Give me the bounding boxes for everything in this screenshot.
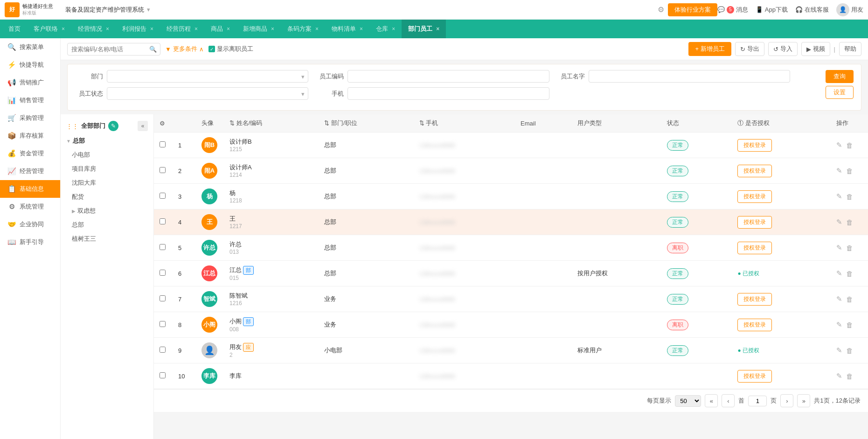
first-page-btn[interactable]: « xyxy=(705,394,718,407)
edit-icon[interactable]: ✎ xyxy=(836,192,842,201)
row-auth[interactable]: 授权登录 xyxy=(732,286,831,312)
row-auth[interactable]: 授权登录 xyxy=(732,235,831,261)
filter-phone-input[interactable] xyxy=(347,87,549,100)
tab-warehouse[interactable]: 仓库× xyxy=(369,20,402,38)
tab-profit-close[interactable]: × xyxy=(150,26,153,32)
row-auth[interactable]: 授权登录 xyxy=(732,363,831,389)
auth-button[interactable]: 授权登录 xyxy=(737,216,772,229)
per-page-select[interactable]: 50 20 100 xyxy=(675,395,701,407)
sidebar-item-marketing[interactable]: 📢 营销推广 xyxy=(0,74,60,91)
tab-goods-close[interactable]: × xyxy=(227,26,230,32)
video-button[interactable]: ▶ 视频 xyxy=(801,42,830,56)
last-page-btn[interactable]: » xyxy=(797,394,810,407)
row-check[interactable] xyxy=(154,158,173,184)
row-checkbox[interactable] xyxy=(160,244,166,250)
edit-icon[interactable]: ✎ xyxy=(836,269,842,278)
delete-icon[interactable]: 🗑 xyxy=(846,141,853,149)
filter-name-input[interactable] xyxy=(589,70,790,83)
tab-add-goods[interactable]: 新增商品× xyxy=(236,20,281,38)
tab-bom-close[interactable]: × xyxy=(360,26,363,32)
auth-button[interactable]: 授权登录 xyxy=(737,293,772,306)
sidebar-item-nav[interactable]: ⚡ 快捷导航 xyxy=(0,56,60,74)
tree-node-zongbu[interactable]: 总部 xyxy=(61,218,153,232)
row-checkbox[interactable] xyxy=(160,167,166,173)
search-icon-btn[interactable]: 🔍 xyxy=(149,46,157,53)
dropdown-arrow-icon[interactable]: ▾ xyxy=(147,6,150,13)
delete-icon[interactable]: 🗑 xyxy=(846,193,853,201)
edit-icon[interactable]: ✎ xyxy=(836,321,842,329)
edit-icon[interactable]: ✎ xyxy=(836,141,842,149)
tab-profit[interactable]: 利润报告× xyxy=(116,20,160,38)
row-auth[interactable]: 授权登录 xyxy=(732,312,831,338)
row-auth[interactable]: 授权登录 xyxy=(732,158,831,184)
auth-button[interactable]: 授权登录 xyxy=(737,139,772,152)
row-check[interactable] xyxy=(154,209,173,235)
tree-node-shenyang[interactable]: 沈阳大库 xyxy=(61,176,153,190)
tab-operation[interactable]: 经营情况× xyxy=(71,20,116,38)
settings-icon[interactable]: ⚙ xyxy=(658,5,664,14)
tree-node-root[interactable]: ▼ 总部 xyxy=(61,134,153,148)
row-checkbox[interactable] xyxy=(160,193,166,199)
row-check[interactable] xyxy=(154,338,173,363)
tree-node-peihuo[interactable]: 配货 xyxy=(61,190,153,204)
tab-barcode[interactable]: 条码方案× xyxy=(281,20,325,38)
sidebar-item-finance[interactable]: 💰 资金管理 xyxy=(0,145,60,162)
row-auth[interactable]: 授权登录 xyxy=(732,184,831,209)
auth-button[interactable]: 授权登录 xyxy=(737,165,772,177)
help-button[interactable]: 帮助 xyxy=(839,42,861,56)
tab-bom[interactable]: 物料清单× xyxy=(325,20,369,38)
tab-warehouse-close[interactable]: × xyxy=(392,26,395,32)
search-input[interactable] xyxy=(67,43,160,56)
sidebar-item-collab[interactable]: 🤝 企业协同 xyxy=(0,216,60,233)
row-checkbox[interactable] xyxy=(160,321,166,327)
auth-button[interactable]: 授权登录 xyxy=(737,190,772,203)
user-area[interactable]: 👤 用友 xyxy=(836,3,863,16)
online-service-button[interactable]: 🎧 在线客服 xyxy=(795,6,829,14)
edit-icon[interactable]: ✎ xyxy=(836,372,842,380)
row-checkbox[interactable] xyxy=(160,347,166,353)
next-page-btn[interactable]: › xyxy=(780,394,793,407)
row-check[interactable] xyxy=(154,312,173,338)
tab-add-goods-close[interactable]: × xyxy=(271,26,274,32)
sidebar-item-inventory[interactable]: 📦 库存核算 xyxy=(0,127,60,145)
row-checkbox[interactable] xyxy=(160,270,166,276)
row-check[interactable] xyxy=(154,184,173,209)
sidebar-item-search[interactable]: 🔍 搜索菜单 xyxy=(0,38,60,56)
page-input[interactable] xyxy=(748,396,767,406)
row-check[interactable] xyxy=(154,132,173,158)
row-checkbox[interactable] xyxy=(160,218,166,224)
sidebar-item-guide[interactable]: 📖 新手引导 xyxy=(0,233,60,251)
message-button[interactable]: 💬 5 消息 xyxy=(717,6,748,14)
sidebar-item-sales[interactable]: 📊 销售管理 xyxy=(0,91,60,109)
prev-page-btn[interactable]: ‹ xyxy=(722,394,735,407)
tree-node-shuanglv[interactable]: ▶ 双虑想 xyxy=(61,204,153,218)
row-checkbox[interactable] xyxy=(160,295,166,301)
app-download-button[interactable]: 📱 App下载 xyxy=(756,6,788,14)
tree-node-zhishu[interactable]: 植树王三 xyxy=(61,232,153,246)
delete-icon[interactable]: 🗑 xyxy=(846,244,853,252)
tab-home[interactable]: 首页 xyxy=(2,20,27,38)
filter-dept-select[interactable] xyxy=(107,70,308,83)
sidebar-item-basic[interactable]: 📋 基础信息 xyxy=(0,180,60,198)
tree-collapse-button[interactable]: « xyxy=(138,121,148,131)
tab-customer[interactable]: 客户联络× xyxy=(27,20,71,38)
tab-customer-close[interactable]: × xyxy=(62,26,65,32)
show-resign-checkbox[interactable]: ✓ xyxy=(208,46,215,52)
row-auth[interactable]: 授权登录 xyxy=(732,209,831,235)
row-check[interactable] xyxy=(154,235,173,261)
query-button[interactable]: 查询 xyxy=(826,70,854,83)
sidebar-item-purchase[interactable]: 🛒 采购管理 xyxy=(0,109,60,127)
tab-staff[interactable]: 部门员工× xyxy=(402,20,446,38)
delete-icon[interactable]: 🗑 xyxy=(846,167,853,175)
set-button[interactable]: 设置 xyxy=(826,86,854,99)
delete-icon[interactable]: 🗑 xyxy=(846,347,853,355)
tab-barcode-close[interactable]: × xyxy=(315,26,319,32)
edit-icon[interactable]: ✎ xyxy=(836,346,842,355)
tab-goods[interactable]: 商品× xyxy=(204,20,236,38)
tree-node-xiaodian[interactable]: 小电部 xyxy=(61,148,153,162)
import-button[interactable]: ↺ 导入 xyxy=(768,42,798,56)
sidebar-item-system[interactable]: ⚙ 系统管理 xyxy=(0,198,60,216)
tab-history[interactable]: 经营历程× xyxy=(160,20,204,38)
delete-icon[interactable]: 🗑 xyxy=(846,218,853,226)
delete-icon[interactable]: 🗑 xyxy=(846,372,853,380)
